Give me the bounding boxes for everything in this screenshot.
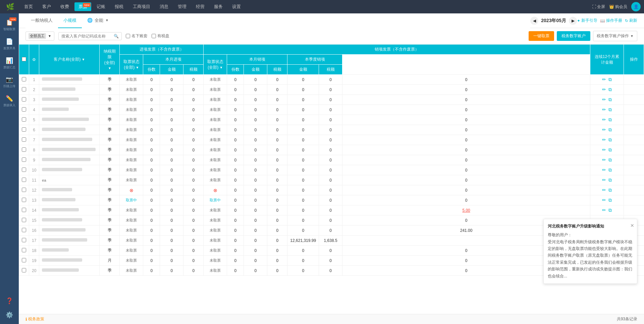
nav-fee[interactable]: 收费 (56, 2, 73, 11)
copy-action-btn[interactable]: ⧉ (608, 87, 612, 92)
copy-action-btn[interactable]: ⧉ (608, 157, 612, 163)
out-status-header[interactable]: 取票状态(全部) ▼ (204, 55, 227, 75)
cumulative-cell[interactable]: 5.00 (342, 205, 590, 215)
row-checkbox[interactable] (22, 107, 26, 112)
in-status-cell[interactable]: 未取票 (120, 125, 143, 135)
cumulative-cell[interactable]: 0 (342, 185, 590, 195)
one-key-ticket-btn[interactable]: 一键取票 (529, 31, 554, 41)
row-checkbox[interactable] (22, 137, 26, 142)
edit-action-btn[interactable]: ✏ (602, 177, 606, 183)
edit-action-btn[interactable]: ✏ (602, 167, 606, 173)
prev-month-btn[interactable]: ◀ (530, 17, 538, 25)
nav-accounting[interactable]: 记账 (93, 2, 109, 11)
in-status-cell[interactable]: 未取票 (120, 135, 143, 145)
in-status-cell[interactable]: 未取票 (120, 246, 143, 256)
new-guide-link[interactable]: ✦ 新手引导 (577, 18, 597, 23)
out-status-cell[interactable]: 未取票 (204, 115, 227, 125)
cumulative-cell[interactable]: 0 (342, 175, 590, 185)
nav-ticket[interactable]: 票据 new (74, 2, 91, 11)
customer-name-cell[interactable] (39, 165, 100, 175)
edit-action-btn[interactable]: ✏ (602, 137, 606, 142)
edit-action-btn[interactable]: ✏ (602, 97, 606, 102)
row-checkbox-cell[interactable] (19, 105, 29, 115)
checkbox-header[interactable] (19, 45, 29, 75)
copy-action-btn[interactable]: ⧉ (608, 187, 612, 193)
sidebar-bottom-settings[interactable]: ⚙️ (1, 309, 18, 321)
sidebar-item-ticket-entry[interactable]: ✏️ 票据录入 (1, 92, 18, 110)
row-checkbox-cell[interactable] (19, 205, 29, 215)
customer-name-cell[interactable] (39, 236, 100, 246)
sidebar-item-smart-ticket[interactable]: new 📋 智能取票 (1, 16, 18, 34)
in-status-cell[interactable]: 未取票 (120, 256, 143, 266)
row-checkbox-cell[interactable] (19, 115, 29, 125)
row-checkbox[interactable] (22, 97, 26, 102)
nav-message[interactable]: 消息 (156, 2, 172, 11)
row-checkbox[interactable] (22, 268, 26, 272)
out-status-cell[interactable]: 未取票 (204, 125, 227, 135)
customer-name-cell[interactable] (39, 225, 100, 236)
in-status-cell[interactable]: ⊗ (120, 185, 143, 195)
refresh-link[interactable]: ↻ 刷新 (625, 18, 637, 23)
out-status-cell[interactable]: 未取票 (204, 215, 227, 225)
cumulative-cell[interactable]: 0 (342, 125, 590, 135)
copy-action-btn[interactable]: ⧉ (608, 127, 612, 132)
customer-name-cell[interactable] (39, 256, 100, 266)
tax-operation-btn[interactable]: 税务数字账户操作 ▼ (593, 31, 637, 41)
customer-name-cell[interactable] (39, 246, 100, 256)
customer-name-cell[interactable] (39, 185, 100, 195)
out-status-cell[interactable]: 未取票 (204, 175, 227, 185)
row-checkbox-cell[interactable] (19, 135, 29, 145)
out-status-cell[interactable]: 未取票 (204, 155, 227, 165)
row-checkbox-cell[interactable] (19, 155, 29, 165)
customer-name-header[interactable]: 客户名称(全部) ▼ (39, 45, 100, 75)
copy-action-btn[interactable]: ⧉ (608, 207, 612, 213)
in-status-cell[interactable]: 未取票 (120, 105, 143, 115)
in-status-cell[interactable]: 未取票 (120, 85, 143, 95)
copy-action-btn[interactable]: ⧉ (608, 147, 612, 152)
row-checkbox[interactable] (22, 178, 26, 182)
in-status-cell[interactable]: 未取票 (120, 155, 143, 165)
tax-policy-link[interactable]: ℹ 税务政策 (25, 316, 44, 322)
copy-action-btn[interactable]: ⧉ (608, 117, 612, 122)
customer-name-cell[interactable] (39, 105, 100, 115)
row-checkbox-cell[interactable] (19, 236, 29, 246)
member-btn[interactable]: 👑 购会员 (609, 4, 627, 10)
row-checkbox-cell[interactable] (19, 145, 29, 155)
cumulative-cell[interactable]: 0 (342, 155, 590, 165)
has-taxdisk-checkbox[interactable]: 有税盘 (152, 33, 169, 39)
edit-action-btn[interactable]: ✏ (602, 187, 606, 193)
user-avatar[interactable]: 👤 (631, 2, 641, 11)
out-status-cell[interactable]: 取票中 (204, 195, 227, 205)
out-status-cell[interactable]: 未取票 (204, 135, 227, 145)
nav-operation[interactable]: 经营 (192, 2, 209, 11)
edit-action-btn[interactable]: ✏ (602, 127, 606, 132)
out-status-cell[interactable]: 未取票 (204, 95, 227, 105)
nav-tax[interactable]: 报税 (111, 2, 127, 11)
cumulative-cell[interactable]: 0 (342, 85, 590, 95)
in-status-cell[interactable]: 未取票 (120, 115, 143, 125)
row-checkbox-cell[interactable] (19, 256, 29, 266)
edit-action-btn[interactable]: ✏ (602, 157, 606, 163)
copy-action-btn[interactable]: ⧉ (608, 177, 612, 183)
edit-action-btn[interactable]: ✏ (602, 87, 606, 92)
row-checkbox-cell[interactable] (19, 75, 29, 85)
in-status-cell[interactable]: 取票中 (120, 195, 143, 205)
nav-manage[interactable]: 管理 (174, 2, 191, 11)
copy-action-btn[interactable]: ⧉ (608, 77, 612, 82)
customer-name-cell[interactable] (39, 266, 100, 276)
copy-action-btn[interactable]: ⧉ (608, 97, 612, 102)
out-status-cell[interactable]: 未取票 (204, 85, 227, 95)
employee-select[interactable]: 全部员工 ▼ (25, 31, 54, 41)
customer-name-cell[interactable] (39, 95, 100, 105)
row-checkbox[interactable] (22, 248, 26, 252)
out-status-cell[interactable]: 未取票 (204, 225, 227, 236)
customer-name-cell[interactable] (39, 115, 100, 125)
in-status-cell[interactable]: 未取票 (120, 145, 143, 155)
cumulative-cell[interactable]: 0 (342, 75, 590, 85)
row-checkbox[interactable] (22, 238, 26, 242)
in-status-cell[interactable]: 未取票 (120, 236, 143, 246)
row-checkbox[interactable] (22, 77, 26, 81)
cumulative-cell[interactable]: 0 (342, 135, 590, 145)
row-checkbox[interactable] (22, 188, 26, 192)
cumulative-cell[interactable]: 0 (342, 115, 590, 125)
